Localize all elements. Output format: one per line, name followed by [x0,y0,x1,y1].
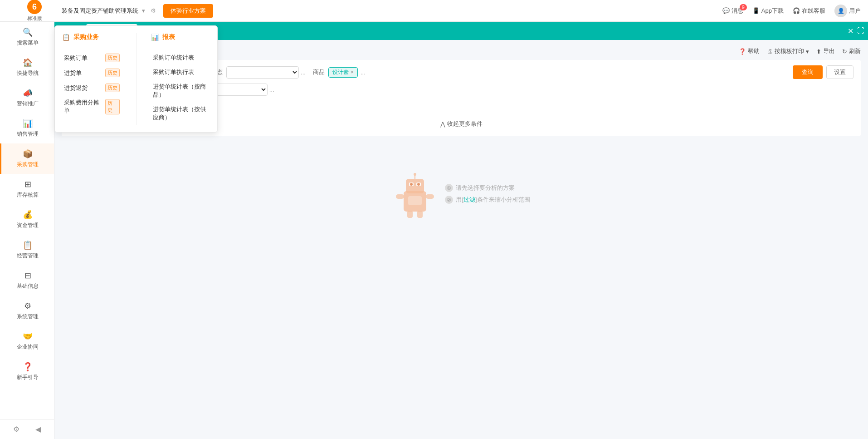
svg-rect-12 [408,196,422,205]
report-col: 📊 报表 采购订单统计表 采购订单执行表 进货单统计表（按商品） 进货单统计表（… [151,33,210,125]
sidebar-item-label-inventory: 库存核算 [17,191,39,199]
help-label: 帮助 [748,47,760,55]
user-menu-button[interactable]: 👤 用户 [834,5,861,17]
query-button[interactable]: 查询 [793,65,823,79]
empty-state: ① 请先选择要分析的方案 ② 用[过滤]条件来缩小分析范围 [62,143,861,248]
sales-icon: 📊 [23,118,33,128]
goods-return-history: 历史 [105,84,120,92]
purchase-order-stats-label: 采购订单统计表 [153,54,194,62]
print-dropdown-icon[interactable]: ▾ [806,48,809,55]
dropdown-item-purchase-order-stats[interactable]: 采购订单统计表 [151,50,210,65]
dropdown-item-purchase-order[interactable]: 采购订单 历史 [62,50,122,65]
report-col-title: 📊 报表 [151,33,210,45]
message-badge: 9 [740,4,747,10]
logo-text: 标准版 [27,15,42,22]
sidebar-item-search[interactable]: 🔍 搜索菜单 [0,22,54,52]
sidebar-item-enterprise[interactable]: 🤝 企业协同 [0,326,54,356]
topbar: 6 标准版 装备及固定资产辅助管理系统 ▾ ⚙ 体验行业方案 💬 消息 9 📱 … [0,0,868,22]
sidebar-item-label-enterprise: 企业协同 [17,343,39,351]
dropdown-item-purchase-order-exec[interactable]: 采购订单执行表 [151,65,210,79]
print-button[interactable]: 🖨 按模板打印 ▾ [767,47,809,55]
collapse-button[interactable]: ⋀ 收起更多条件 [440,117,483,131]
dropdown-item-goods-receipt[interactable]: 进货单 历史 [62,65,122,80]
collapse-sidebar-icon[interactable]: ◀ [35,425,41,434]
collapse-label: 收起更多条件 [447,120,483,128]
sidebar-item-label-system: 系统管理 [17,313,39,321]
goods-tag-text: 设计素 [332,69,349,76]
sidebar-item-marketing[interactable]: 📣 营销推广 [0,83,54,113]
purchase-order-exec-label: 采购订单执行表 [153,68,194,76]
sidebar-item-system[interactable]: ⚙ 系统管理 [0,296,54,326]
app-download-button[interactable]: 📱 App下载 [752,7,784,15]
industry-action-button[interactable]: 体验行业方案 [163,4,213,18]
svg-rect-1 [406,179,424,193]
svg-point-7 [414,173,416,176]
purchase-expense-history: 历史 [105,99,120,114]
sidebar-item-purchase[interactable]: 📦 采购管理 [0,143,54,174]
sidebar-item-label-basic: 基础信息 [17,282,39,290]
refresh-button[interactable]: ↻ 刷新 [842,47,861,55]
goods-stats-product-label: 进货单统计表（按商品） [153,83,209,99]
help-icon: ❓ [739,48,746,55]
dropdown-item-goods-stats-supplier[interactable]: 进货单统计表（按供应商） [151,102,210,125]
purchase-order-history: 历史 [105,54,120,62]
system-gear-icon[interactable]: ⚙ [151,7,156,14]
dropdown-item-purchase-expense[interactable]: 采购费用分摊单 历史 [62,95,122,118]
finance-icon: 💰 [23,210,33,220]
svg-rect-11 [417,211,423,218]
expand-window-icon[interactable]: ⛶ [857,27,864,35]
hint-num-1: ① [445,184,453,192]
purchase-icon: 📦 [23,149,33,159]
svg-rect-8 [396,194,404,199]
goods-filter: 商品 设计素 × ... [313,67,366,78]
settings-button[interactable]: 设置 [826,65,853,79]
purchase-col: 📋 采购业务 采购订单 历史 进货单 历史 进货退货 历史 采购费用分摊单 历史 [62,33,122,125]
export-label: 导出 [823,47,835,55]
goods-label: 商品 [313,68,325,76]
online-service-button[interactable]: 🎧 在线客服 [793,7,825,15]
dropdown-divider [136,33,137,125]
goods-tag-remove[interactable]: × [351,69,354,75]
sidebar-item-basic[interactable]: ⊟ 基础信息 [0,265,54,296]
refresh-label: 刷新 [849,47,861,55]
refresh-icon: ↻ [842,48,847,55]
inventory-icon: ⊞ [24,179,31,189]
goods-return-label: 进货退货 [64,84,88,92]
salesman-dots[interactable]: ... [269,86,274,93]
sidebar-item-finance[interactable]: 💰 资金管理 [0,204,54,235]
hint-item-2: ② 用[过滤]条件来缩小分析范围 [445,196,530,204]
sidebar-item-label-finance: 资金管理 [17,222,39,229]
export-icon: ⬆ [816,48,821,55]
dropdown-item-goods-stats-product[interactable]: 进货单统计表（按商品） [151,79,210,102]
system-name: 装备及固定资产辅助管理系统 [62,7,138,15]
sidebar-item-guide[interactable]: ❓ 新手引导 [0,356,54,387]
doc-status-select[interactable] [226,66,299,79]
marketing-icon: 📣 [23,88,33,98]
system-icon: ⚙ [24,301,31,311]
sidebar-item-operation[interactable]: 📋 经营管理 [0,235,54,265]
sidebar-item-inventory[interactable]: ⊞ 库存核算 [0,174,54,204]
system-dropdown-arrow[interactable]: ▾ [142,7,145,14]
svg-rect-9 [426,194,434,199]
sidebar-item-quick[interactable]: 🏠 快捷导航 [0,52,54,83]
sidebar-item-sales[interactable]: 📊 销售管理 [0,113,54,143]
purchase-dropdown-menu: 📋 采购业务 采购订单 历史 进货单 历史 进货退货 历史 采购费用分摊单 历史… [54,25,218,133]
goods-tag: 设计素 × [328,67,358,78]
message-button[interactable]: 💬 消息 9 [722,7,743,15]
help-button[interactable]: ❓ 帮助 [739,47,760,55]
doc-status-dots[interactable]: ... [301,69,306,76]
svg-point-5 [417,183,420,186]
basic-icon: ⊟ [24,271,31,281]
sidebar-item-label-quick: 快捷导航 [17,69,39,77]
goods-receipt-history: 历史 [105,69,120,77]
purchase-col-icon: 📋 [62,34,70,41]
settings-bottom-icon[interactable]: ⚙ [13,425,20,434]
sidebar: 🔍 搜索菜单 🏠 快捷导航 📣 营销推广 📊 销售管理 📦 采购管理 ⊞ 库存核… [0,22,54,439]
export-button[interactable]: ⬆ 导出 [816,47,835,55]
goods-receipt-label: 进货单 [64,69,82,77]
dropdown-item-goods-return[interactable]: 进货退货 历史 [62,80,122,95]
close-all-tabs-icon[interactable]: ✕ [848,27,853,35]
sidebar-item-label-guide: 新手引导 [17,374,39,381]
svg-rect-10 [407,211,413,218]
goods-dots[interactable]: ... [361,69,366,76]
